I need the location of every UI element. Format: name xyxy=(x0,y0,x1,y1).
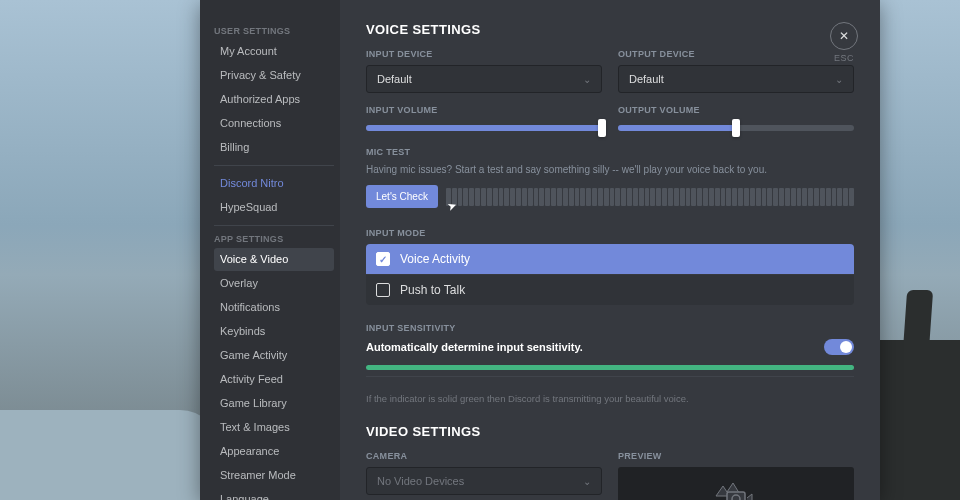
mic-test-button[interactable]: Let's Check xyxy=(366,185,438,208)
slider-thumb[interactable] xyxy=(598,119,606,137)
sidebar-header-app: APP SETTINGS xyxy=(214,234,334,244)
sidebar-item-billing[interactable]: Billing xyxy=(214,136,334,159)
input-mode-push-to-talk[interactable]: Push to Talk xyxy=(366,274,854,305)
chevron-down-icon: ⌄ xyxy=(583,476,591,487)
sidebar-item-appearance[interactable]: Appearance xyxy=(214,440,334,463)
input-mode-voice-activity-label: Voice Activity xyxy=(400,252,470,266)
output-device-label: OUTPUT DEVICE xyxy=(618,49,854,59)
output-volume-label: OUTPUT VOLUME xyxy=(618,105,854,115)
sidebar-item-connections[interactable]: Connections xyxy=(214,112,334,135)
chevron-down-icon: ⌄ xyxy=(583,74,591,85)
input-sensitivity-label: INPUT SENSITIVITY xyxy=(366,323,854,333)
sidebar-divider xyxy=(214,165,334,166)
auto-sensitivity-label: Automatically determine input sensitivit… xyxy=(366,341,583,353)
sidebar-divider xyxy=(214,225,334,226)
input-volume-slider[interactable] xyxy=(366,125,602,131)
settings-content: ✕ ESC VOICE SETTINGS INPUT DEVICE Defaul… xyxy=(340,0,880,500)
close-group: ✕ ESC xyxy=(830,22,858,63)
input-mode-group: Voice Activity Push to Talk xyxy=(366,244,854,305)
slider-thumb[interactable] xyxy=(732,119,740,137)
slider-fill xyxy=(618,125,736,131)
sidebar-item-notifications[interactable]: Notifications xyxy=(214,296,334,319)
settings-window: USER SETTINGS My Account Privacy & Safet… xyxy=(200,0,880,500)
sidebar-item-nitro[interactable]: Discord Nitro xyxy=(214,172,334,195)
sidebar-item-overlay[interactable]: Overlay xyxy=(214,272,334,295)
sidebar-item-my-account[interactable]: My Account xyxy=(214,40,334,63)
input-device-select[interactable]: Default ⌄ xyxy=(366,65,602,93)
mic-test-label: MIC TEST xyxy=(366,147,854,157)
sidebar-item-game-activity[interactable]: Game Activity xyxy=(214,344,334,367)
sensitivity-hint: If the indicator is solid green then Dis… xyxy=(366,391,854,404)
output-device-value: Default xyxy=(629,73,664,85)
slider-fill xyxy=(366,125,602,131)
camera-value: No Video Devices xyxy=(377,475,464,487)
mic-test-description: Having mic issues? Start a test and say … xyxy=(366,163,854,177)
sidebar-item-language[interactable]: Language xyxy=(214,488,334,500)
close-esc-label: ESC xyxy=(830,53,858,63)
voice-settings-title: VOICE SETTINGS xyxy=(366,22,854,37)
input-mode-label: INPUT MODE xyxy=(366,228,854,238)
input-device-label: INPUT DEVICE xyxy=(366,49,602,59)
preview-label: PREVIEW xyxy=(618,451,854,461)
checkbox-icon xyxy=(376,283,390,297)
input-mode-voice-activity[interactable]: Voice Activity xyxy=(366,244,854,274)
auto-sensitivity-toggle[interactable] xyxy=(824,339,854,355)
sensitivity-indicator xyxy=(366,365,854,370)
input-mode-push-to-talk-label: Push to Talk xyxy=(400,283,465,297)
camera-icon xyxy=(713,480,759,500)
svg-rect-0 xyxy=(727,492,745,500)
settings-sidebar: USER SETTINGS My Account Privacy & Safet… xyxy=(200,0,340,500)
camera-select[interactable]: No Video Devices ⌄ xyxy=(366,467,602,495)
input-device-value: Default xyxy=(377,73,412,85)
mic-test-meter xyxy=(446,188,854,206)
toggle-knob xyxy=(840,341,852,353)
sidebar-item-voice-video[interactable]: Voice & Video xyxy=(214,248,334,271)
close-icon: ✕ xyxy=(839,29,849,43)
video-settings-title: VIDEO SETTINGS xyxy=(366,424,854,439)
chevron-down-icon: ⌄ xyxy=(835,74,843,85)
sidebar-item-text-images[interactable]: Text & Images xyxy=(214,416,334,439)
camera-label: CAMERA xyxy=(366,451,602,461)
sidebar-item-activity-feed[interactable]: Activity Feed xyxy=(214,368,334,391)
sidebar-item-authorized-apps[interactable]: Authorized Apps xyxy=(214,88,334,111)
output-device-select[interactable]: Default ⌄ xyxy=(618,65,854,93)
divider xyxy=(366,376,854,377)
video-preview xyxy=(618,467,854,500)
close-button[interactable]: ✕ xyxy=(830,22,858,50)
sidebar-item-game-library[interactable]: Game Library xyxy=(214,392,334,415)
checkbox-icon xyxy=(376,252,390,266)
sidebar-header-user: USER SETTINGS xyxy=(214,26,334,36)
sidebar-item-hypesquad[interactable]: HypeSquad xyxy=(214,196,334,219)
sidebar-item-streamer-mode[interactable]: Streamer Mode xyxy=(214,464,334,487)
output-volume-slider[interactable] xyxy=(618,125,854,131)
sidebar-item-keybinds[interactable]: Keybinds xyxy=(214,320,334,343)
sidebar-item-privacy-safety[interactable]: Privacy & Safety xyxy=(214,64,334,87)
input-volume-label: INPUT VOLUME xyxy=(366,105,602,115)
